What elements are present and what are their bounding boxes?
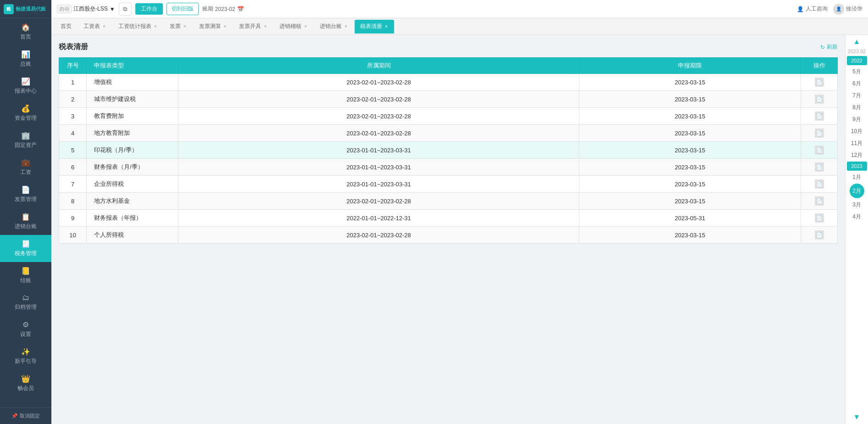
sidebar-item-asset[interactable]: 🏢 固定资产 (0, 127, 51, 154)
sidebar-item-ledger[interactable]: 📊 总账 (0, 45, 51, 73)
cell-period: 2023-02-01~2023-02-28 (178, 108, 579, 125)
tab-tax-clear[interactable]: 税表清册 × (355, 20, 394, 33)
table-row: 6 财务报表（月/季） 2023-01-01~2023-03-31 2023-0… (59, 159, 838, 176)
sidebar-item-label: 资金管理 (15, 114, 37, 122)
member-icon: 👑 (21, 374, 30, 383)
col-action: 操作 (801, 58, 838, 74)
action-view-icon[interactable]: 📄 (815, 78, 824, 87)
action-view-icon[interactable]: 📄 (815, 128, 824, 138)
month-item-jan-2023[interactable]: 1月 (848, 172, 866, 183)
refresh-button[interactable]: ↻ 刷新 (820, 43, 838, 51)
tab-close-icon[interactable]: × (223, 24, 228, 29)
tab-close-icon[interactable]: × (384, 24, 389, 29)
sidebar-item-fund[interactable]: 💰 资金管理 (0, 100, 51, 127)
tab-label: 工资表 (83, 22, 100, 30)
action-view-icon[interactable]: 📄 (815, 112, 824, 121)
sidebar-item-invoice[interactable]: 📄 发票管理 (0, 181, 51, 208)
action-view-icon[interactable]: 📄 (815, 95, 824, 104)
month-item-feb-2023[interactable]: 2月 (850, 184, 864, 198)
tab-invoice-calc[interactable]: 发票测算 × (194, 20, 233, 33)
tax-table: 序号 申报表类型 所属期间 申报期限 操作 1 增值税 2023-02-01~2… (59, 57, 838, 244)
tab-close-icon[interactable]: × (263, 24, 267, 29)
page-header: 税表清册 ↻ 刷新 (59, 42, 838, 52)
panel-up-arrow[interactable]: ▲ (852, 37, 862, 47)
human-consult-btn[interactable]: 👤 人工咨询 (797, 5, 828, 13)
action-view-icon[interactable]: 📄 (815, 230, 824, 240)
action-view-icon[interactable]: 📄 (815, 145, 824, 155)
sidebar-item-purchase[interactable]: 📋 进销台账 (0, 208, 51, 235)
app-logo: 账 畅捷通易代账 (0, 0, 51, 18)
tab-payroll[interactable]: 工资表 × (78, 20, 112, 33)
month-item-nov-2022[interactable]: 11月 (848, 138, 866, 149)
month-item-mar-2023[interactable]: 3月 (848, 199, 866, 210)
month-item-aug-2022[interactable]: 8月 (848, 102, 866, 113)
tab-close-icon[interactable]: × (303, 24, 308, 29)
copy-button[interactable]: ⧉ (119, 3, 132, 16)
cell-deadline: 2023-03-15 (579, 159, 801, 176)
panel-period-label: 2023.02 (846, 48, 868, 55)
action-view-icon[interactable]: 📄 (815, 196, 824, 206)
cell-seq: 5 (59, 142, 87, 159)
sidebar-item-home[interactable]: 🏠 首页 (0, 18, 51, 45)
sidebar-item-member[interactable]: 👑 畅会员 (0, 370, 51, 397)
action-view-icon[interactable]: 📄 (815, 179, 824, 189)
sidebar-bottom: 📌 取消固定 (0, 407, 51, 424)
cell-seq: 4 (59, 125, 87, 142)
month-item-may-2022[interactable]: 5月 (848, 66, 866, 77)
tab-close-icon[interactable]: × (102, 24, 106, 29)
tab-invoice-open[interactable]: 发票开具 × (234, 20, 273, 33)
month-item-jun-2022[interactable]: 6月 (848, 78, 866, 89)
switch-version-button[interactable]: 切到旧版 (167, 3, 199, 15)
cell-action: 📄 (801, 125, 838, 142)
tab-close-icon[interactable]: × (153, 24, 158, 29)
unpin-button[interactable]: 📌 取消固定 (0, 408, 51, 424)
action-view-icon[interactable]: 📄 (815, 162, 824, 172)
cell-type: 企业所得税 (87, 176, 178, 193)
company-selector[interactable]: 勿动 江西股垒-LSS ▼ (57, 5, 115, 13)
sidebar-item-guide[interactable]: ✨ 新手引导 (0, 343, 51, 370)
avatar: 👤 (833, 4, 844, 15)
sidebar-item-salary[interactable]: 💼 工资 (0, 154, 51, 181)
cell-action: 📄 (801, 91, 838, 108)
month-item-oct-2022[interactable]: 10月 (848, 126, 866, 137)
period-value: 2023-02 (215, 6, 235, 12)
month-item-dec-2022[interactable]: 12月 (848, 150, 866, 161)
cell-type: 城市维护建设税 (87, 91, 178, 108)
salary-icon: 💼 (21, 158, 30, 167)
sidebar-item-tax[interactable]: 🧾 税务管理 (0, 235, 51, 262)
tab-label: 发票测算 (199, 22, 221, 30)
tab-close-icon[interactable]: × (183, 24, 187, 29)
panel-collapse-button[interactable]: ▼ (852, 412, 862, 422)
cell-period: 2023-02-01~2023-02-28 (178, 227, 579, 244)
refresh-label: 刷新 (827, 43, 838, 51)
cell-type: 个人所得税 (87, 227, 178, 244)
action-view-icon[interactable]: 📄 (815, 213, 824, 223)
cell-seq: 6 (59, 159, 87, 176)
month-item-jul-2022[interactable]: 7月 (848, 90, 866, 101)
cell-deadline: 2023-03-15 (579, 227, 801, 244)
sidebar-item-close[interactable]: 📒 结账 (0, 262, 51, 289)
unpin-label: 取消固定 (20, 413, 40, 419)
tab-label: 进销稽核 (279, 22, 301, 30)
sidebar-item-settings[interactable]: ⚙ 设置 (0, 316, 51, 343)
workspace-button[interactable]: 工作台 (135, 3, 163, 15)
sidebar-item-archive[interactable]: 🗂 归档管理 (0, 289, 51, 316)
table-row: 3 教育费附加 2023-02-01~2023-02-28 2023-03-15… (59, 108, 838, 125)
tab-payroll-report[interactable]: 工资统计报表 × (113, 20, 163, 33)
tab-invoice[interactable]: 发票 × (164, 20, 193, 33)
tab-close-icon[interactable]: × (344, 24, 348, 29)
sidebar-item-label: 报表中心 (15, 87, 37, 95)
sidebar-item-report[interactable]: 📈 报表中心 (0, 73, 51, 100)
user-profile[interactable]: 👤 徐泾华 (833, 4, 862, 15)
tab-purchase-review[interactable]: 进销稽核 × (274, 20, 313, 33)
main-area: 勿动 江西股垒-LSS ▼ ⧉ 工作台 切到旧版 账期 2023-02 📅 👤 … (51, 0, 868, 424)
topbar: 勿动 江西股垒-LSS ▼ ⧉ 工作台 切到旧版 账期 2023-02 📅 👤 … (51, 0, 868, 18)
month-item-sep-2022[interactable]: 9月 (848, 114, 866, 125)
cell-deadline: 2023-03-15 (579, 193, 801, 210)
tab-home[interactable]: 首页 (55, 20, 77, 33)
cell-deadline: 2023-03-15 (579, 142, 801, 159)
tab-purchase-ledger[interactable]: 进销台账 × (314, 20, 354, 33)
cell-action: 📄 (801, 227, 838, 244)
content-area: 税表清册 ↻ 刷新 序号 申报表类型 所属期间 申报期限 操作 (51, 35, 868, 424)
month-item-apr-2023[interactable]: 4月 (848, 211, 866, 222)
